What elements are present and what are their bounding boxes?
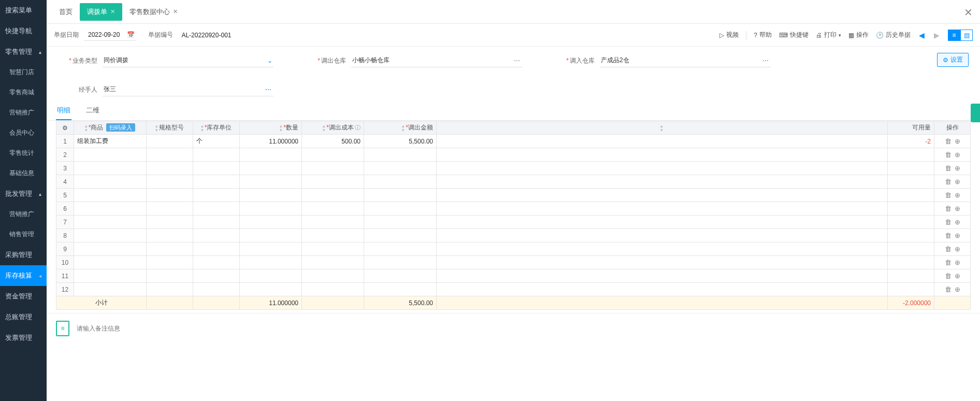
more-icon[interactable]: ⋯ — [514, 57, 521, 64]
cell-product[interactable] — [74, 242, 147, 256]
tab-home[interactable]: 首页 — [52, 3, 80, 21]
cell-spec[interactable] — [147, 216, 193, 229]
cell-qty[interactable] — [240, 162, 302, 175]
cell-qty[interactable] — [240, 202, 302, 216]
table-row[interactable]: 12🗑⊕ — [56, 283, 971, 296]
cell-product[interactable] — [74, 283, 147, 296]
close-icon[interactable]: ✕ — [173, 8, 178, 15]
sidebar-item-member[interactable]: 会员中心 — [0, 123, 47, 143]
delete-row-icon[interactable]: 🗑 — [945, 259, 952, 266]
add-row-icon[interactable]: ⊕ — [955, 232, 960, 239]
cell-outcost[interactable] — [302, 229, 364, 242]
cell-product[interactable] — [74, 269, 147, 283]
cell-qty[interactable] — [240, 175, 302, 189]
cell-avail[interactable] — [888, 229, 934, 242]
sidebar-item-invoice[interactable]: 发票管理 — [0, 327, 47, 348]
view-list-button[interactable]: ≡ — [948, 30, 960, 41]
cell-spec[interactable] — [147, 269, 193, 283]
cell-unit[interactable] — [193, 269, 240, 283]
cell-unit[interactable] — [193, 202, 240, 216]
cell-blank[interactable] — [437, 216, 888, 229]
cell-unit[interactable] — [193, 148, 240, 162]
cell-spec[interactable] — [147, 148, 193, 162]
cell-product[interactable] — [74, 229, 147, 242]
sidebar-item-retailmall[interactable]: 零售商城 — [0, 82, 47, 103]
cell-outcost[interactable] — [302, 283, 364, 296]
cell-outamt[interactable] — [364, 189, 437, 202]
cell-qty[interactable]: 11.000000 — [240, 135, 302, 148]
cell-product[interactable] — [74, 216, 147, 229]
table-row[interactable]: 9🗑⊕ — [56, 242, 971, 256]
cell-avail[interactable]: -2 — [888, 135, 934, 148]
cell-avail[interactable] — [888, 283, 934, 296]
delete-row-icon[interactable]: 🗑 — [945, 164, 952, 172]
delete-row-icon[interactable]: 🗑 — [945, 191, 952, 199]
cell-spec[interactable] — [147, 283, 193, 296]
cell-spec[interactable] — [147, 162, 193, 175]
cell-blank[interactable] — [437, 202, 888, 216]
help-button[interactable]: ?帮助 — [754, 31, 772, 39]
sidebar-item-purchase[interactable]: 采购管理 — [0, 245, 47, 265]
gear-column[interactable]: ⚙ — [56, 121, 74, 135]
cell-spec[interactable] — [147, 135, 193, 148]
more-icon[interactable]: ⋯ — [762, 57, 770, 64]
inwh-select[interactable]: 产成品2仓 ⋯ — [600, 54, 771, 67]
cell-product[interactable] — [74, 189, 147, 202]
col-product[interactable]: ▴▾*商品扫码录入 — [74, 121, 147, 135]
add-row-icon[interactable]: ⊕ — [955, 151, 960, 159]
prev-doc-button[interactable]: ◀ — [918, 31, 926, 39]
cell-avail[interactable] — [888, 256, 934, 269]
table-row[interactable]: 3🗑⊕ — [56, 162, 971, 175]
delete-row-icon[interactable]: 🗑 — [945, 178, 952, 185]
tab-retaildata[interactable]: 零售数据中心✕ — [122, 3, 185, 21]
sidebar-item-smartstore[interactable]: 智慧门店 — [0, 62, 47, 82]
cell-blank[interactable] — [437, 189, 888, 202]
remark-input[interactable] — [77, 325, 971, 332]
cell-outamt[interactable] — [364, 162, 437, 175]
delete-row-icon[interactable]: 🗑 — [945, 218, 952, 226]
cell-outamt[interactable] — [364, 256, 437, 269]
cell-unit[interactable] — [193, 283, 240, 296]
sidebar-item-salesmgmt[interactable]: 销售管理 — [0, 224, 47, 245]
sidebar-item-ledger[interactable]: 总账管理 — [0, 307, 47, 327]
col-spec[interactable]: ▴▾规格型号 — [147, 121, 193, 135]
doc-date-input[interactable]: 2022-09-20 📅 — [84, 29, 136, 41]
calendar-icon[interactable]: 📅 — [127, 31, 135, 38]
cell-unit[interactable] — [193, 162, 240, 175]
add-row-icon[interactable]: ⊕ — [955, 259, 960, 266]
table-row[interactable]: 10🗑⊕ — [56, 256, 971, 269]
video-button[interactable]: ▷视频 — [719, 31, 739, 39]
sidebar-item-retailstats[interactable]: 零售统计 — [0, 143, 47, 163]
add-row-icon[interactable]: ⊕ — [955, 178, 960, 185]
table-row[interactable]: 2🗑⊕ — [56, 148, 971, 162]
cell-qty[interactable] — [240, 242, 302, 256]
cell-qty[interactable] — [240, 229, 302, 242]
cell-outamt[interactable] — [364, 269, 437, 283]
cell-avail[interactable] — [888, 216, 934, 229]
operate-button[interactable]: ▦操作 — [848, 31, 869, 39]
add-row-icon[interactable]: ⊕ — [955, 285, 960, 293]
next-doc-button[interactable]: ▶ — [933, 31, 941, 39]
cell-outamt[interactable] — [364, 148, 437, 162]
table-row[interactable]: 5🗑⊕ — [56, 189, 971, 202]
table-row[interactable]: 1组装加工费个11.000000500.005,500.00-2🗑⊕ — [56, 135, 971, 148]
cell-spec[interactable] — [147, 202, 193, 216]
note-icon[interactable]: ≡ — [56, 321, 69, 336]
add-row-icon[interactable]: ⊕ — [955, 245, 960, 253]
add-row-icon[interactable]: ⊕ — [955, 218, 960, 226]
cell-blank[interactable] — [437, 229, 888, 242]
subtab-detail[interactable]: 明细 — [56, 103, 71, 120]
sidebar-item-search[interactable]: 搜索菜单 — [0, 0, 47, 21]
cell-blank[interactable] — [437, 256, 888, 269]
cell-outcost[interactable] — [302, 242, 364, 256]
cell-outamt[interactable] — [364, 229, 437, 242]
delete-row-icon[interactable]: 🗑 — [945, 151, 952, 159]
cell-blank[interactable] — [437, 283, 888, 296]
col-unit[interactable]: ▴▾*库存单位 — [193, 121, 240, 135]
cell-product[interactable] — [74, 148, 147, 162]
cell-avail[interactable] — [888, 175, 934, 189]
add-row-icon[interactable]: ⊕ — [955, 205, 960, 212]
cell-qty[interactable] — [240, 256, 302, 269]
cell-qty[interactable] — [240, 216, 302, 229]
cell-outcost[interactable] — [302, 148, 364, 162]
